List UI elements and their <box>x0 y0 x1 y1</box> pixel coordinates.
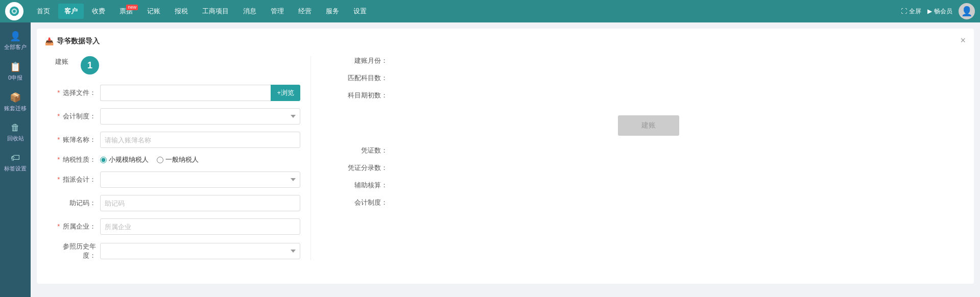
nav-service[interactable]: 服务 <box>320 4 345 19</box>
migrate-icon: 📦 <box>10 92 21 103</box>
avatar-icon: 👤 <box>961 6 972 17</box>
main-layout: 👤 全部客户 📋 0申报 📦 账套迁移 🗑 回收站 🏷 标签设置 📥 导爷数据导… <box>0 22 980 297</box>
sidebar-item-migrate[interactable]: 📦 账套迁移 <box>2 88 29 116</box>
sidebar-item-migrate-label: 账套迁移 <box>4 105 27 112</box>
sidebar-item-trash[interactable]: 🗑 回收站 <box>2 118 29 146</box>
sidebar-item-tags-label: 标签设置 <box>4 165 27 172</box>
form-left: 建账 1 * 选择文件： +浏览 <box>55 56 300 260</box>
memo-row: 助记码： <box>55 195 300 211</box>
memo-input[interactable] <box>100 195 300 211</box>
info-accounting-sys-row: 会计制度： <box>342 198 955 207</box>
step-section: 建账 1 <box>55 56 300 75</box>
info-match-row: 匹配科目数： <box>342 73 955 83</box>
sidebar-item-all-customers[interactable]: 👤 全部客户 <box>2 27 29 55</box>
sidebar-item-tags[interactable]: 🏷 标签设置 <box>2 148 29 177</box>
nav-bookkeeping[interactable]: 记账 <box>141 4 166 19</box>
nav-right-area: ⛶ 全屏 ▶ 畅会员 👤 <box>901 3 975 19</box>
company-label: * 所属企业： <box>55 222 96 231</box>
svg-point-1 <box>13 10 16 13</box>
required-star-file: * <box>57 89 60 96</box>
tax-general-radio[interactable]: 一般纳税人 <box>157 155 199 164</box>
info-auxiliary-row: 辅助核算： <box>342 181 955 190</box>
fullscreen-label: 全屏 <box>909 7 921 16</box>
history-label: 参照历史年度： <box>55 242 96 260</box>
info-auxiliary-label: 辅助核算： <box>342 181 388 190</box>
form-right: 建账月份： 匹配科目数： 科目期初数： 建账 <box>321 56 955 260</box>
file-label: * 选择文件： <box>55 88 96 97</box>
browse-button[interactable]: +浏览 <box>271 85 300 101</box>
bookname-row: * 账簿名称： <box>55 132 300 148</box>
company-input[interactable] <box>100 218 300 235</box>
accountant-select[interactable] <box>100 171 300 188</box>
info-period-label: 科目期初数： <box>342 91 388 100</box>
import-panel: 📥 导爷数据导入 × 建账 1 * <box>37 29 974 284</box>
company-row: * 所属企业： <box>55 218 300 235</box>
ticket-badge: new <box>126 5 138 10</box>
nav-settings[interactable]: 设置 <box>347 4 373 19</box>
required-star-tax: * <box>57 156 60 163</box>
user-avatar[interactable]: 👤 <box>959 3 975 19</box>
required-star-bookname: * <box>57 136 60 143</box>
declare-icon: 📋 <box>10 61 21 72</box>
accounting-select[interactable] <box>100 108 300 125</box>
info-voucher-label: 凭证数： <box>342 146 388 155</box>
tax-label: * 纳税性质： <box>55 155 96 164</box>
info-accounting-sys-label: 会计制度： <box>342 198 388 207</box>
tax-small-radio[interactable]: 小规模纳税人 <box>100 155 149 164</box>
nav-ticket[interactable]: 票据 new <box>113 4 139 19</box>
bookname-label: * 账簿名称： <box>55 135 96 144</box>
vip-icon: ▶ <box>927 8 932 15</box>
main-content: 📥 导爷数据导入 × 建账 1 * <box>31 22 980 297</box>
step-circle: 1 <box>81 56 99 75</box>
close-button[interactable]: × <box>960 36 966 45</box>
file-input[interactable] <box>100 85 271 101</box>
tax-small-input[interactable] <box>100 157 107 163</box>
import-icon: 📥 <box>45 37 54 45</box>
info-voucher-row: 凭证数： <box>342 146 955 155</box>
vip-btn[interactable]: ▶ 畅会员 <box>927 7 952 16</box>
nav-message[interactable]: 消息 <box>237 4 262 19</box>
build-btn-area: 建账 <box>342 115 955 136</box>
form-area: 建账 1 * 选择文件： +浏览 <box>45 56 966 260</box>
info-month-label: 建账月份： <box>342 56 388 65</box>
tax-small-label: 小规模纳税人 <box>109 155 149 164</box>
sidebar-item-declare[interactable]: 📋 0申报 <box>2 57 29 86</box>
sidebar-item-trash-label: 回收站 <box>7 135 24 142</box>
sidebar-item-all-customers-label: 全部客户 <box>4 43 27 51</box>
nav-manage[interactable]: 管理 <box>265 4 290 19</box>
nav-tax[interactable]: 报税 <box>169 4 194 19</box>
top-nav: 首页 客户 收费 票据 new 记账 报税 工商项目 消息 管理 经营 服务 设… <box>0 0 980 22</box>
file-row: * 选择文件： +浏览 <box>55 85 300 101</box>
form-rows: * 选择文件： +浏览 * 会计制度： <box>55 85 300 260</box>
panel-title-text: 导爷数据导入 <box>57 37 100 46</box>
app-logo <box>5 2 23 20</box>
tax-general-input[interactable] <box>157 157 163 163</box>
tags-icon: 🏷 <box>11 153 20 163</box>
panel-title-area: 📥 导爷数据导入 <box>45 37 966 46</box>
info-voucher-record-label: 凭证分录数： <box>342 163 388 172</box>
nav-business[interactable]: 工商项目 <box>196 4 235 19</box>
accounting-label: * 会计制度： <box>55 112 96 121</box>
vip-label: 畅会员 <box>934 7 952 16</box>
build-button[interactable]: 建账 <box>618 115 679 136</box>
memo-label: 助记码： <box>55 199 96 208</box>
nav-operation[interactable]: 经营 <box>292 4 318 19</box>
sidebar-item-declare-label: 0申报 <box>8 74 22 82</box>
info-month-row: 建账月份： <box>342 56 955 65</box>
required-star-accountant: * <box>57 176 60 183</box>
info-voucher-record-row: 凭证分录数： <box>342 163 955 172</box>
nav-fee[interactable]: 收费 <box>86 4 111 19</box>
history-select[interactable] <box>100 243 300 259</box>
nav-customer[interactable]: 客户 <box>58 4 84 19</box>
sidebar: 👤 全部客户 📋 0申报 📦 账套迁移 🗑 回收站 🏷 标签设置 <box>0 22 31 297</box>
info-period-row: 科目期初数： <box>342 91 955 100</box>
fullscreen-btn[interactable]: ⛶ 全屏 <box>901 7 921 16</box>
bookname-input[interactable] <box>100 132 300 148</box>
fullscreen-icon: ⛶ <box>901 8 907 15</box>
required-star-accounting: * <box>57 112 60 120</box>
accountant-label: * 指派会计： <box>55 175 96 184</box>
trash-icon: 🗑 <box>11 122 20 133</box>
nav-home[interactable]: 首页 <box>31 4 56 19</box>
accounting-row: * 会计制度： <box>55 108 300 125</box>
vertical-divider <box>310 56 311 260</box>
